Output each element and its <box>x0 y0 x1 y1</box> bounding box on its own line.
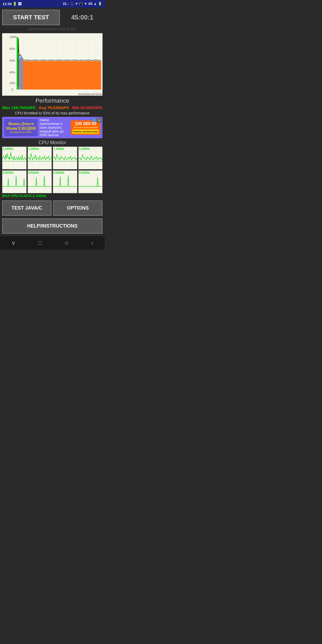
svg-text:20%: 20% <box>10 81 16 85</box>
svg-text:80%: 80% <box>10 47 16 50</box>
svg-text:40%: 40% <box>10 71 16 74</box>
bluetooth-icon: ✦ <box>75 2 78 6</box>
nav-down-icon[interactable]: ∨ <box>11 240 16 247</box>
cpu-monitor-title: CPU Monitor <box>2 140 103 146</box>
svg-text:0: 0 <box>11 88 13 91</box>
cpu-freq-8: 0.91GHz <box>79 171 90 174</box>
nav-back-icon[interactable]: ‹ <box>91 240 93 247</box>
nav-bar: ∨ □ ○ ‹ <box>0 236 105 250</box>
graph-svg: 100% 80% 60% 40% 20% 0 <box>2 33 103 92</box>
cpu-core-6: 0.91GHz <box>28 170 52 193</box>
svg-marker-26 <box>18 57 101 90</box>
svg-marker-27 <box>18 55 23 90</box>
svg-text:100%: 100% <box>10 35 17 39</box>
cpu-freq-6: 0.91GHz <box>28 171 39 174</box>
performance-section: Performance Max 128,760GIPS Avg 78,028GI… <box>2 97 103 115</box>
cpu-core-7: 0.91GHz <box>53 170 77 193</box>
throttle-text: CPU throttled to 53% of its max performa… <box>2 111 103 115</box>
ad-subtext: Выгодный чат-квест <box>6 131 36 133</box>
graph-title: performance over time graph <box>2 27 103 31</box>
avg-stat: Avg 78,028GIPS <box>39 105 69 110</box>
cpu-freq-4: 1.24GHz <box>79 147 90 150</box>
ad-small-text: баллов и суперпризов <box>72 126 99 129</box>
max-clock-label: MAX CPU CLOCK:2.10GHz <box>2 194 103 198</box>
graph-time-label: time(interval 5min) <box>2 92 103 96</box>
svg-text:60%: 60% <box>10 59 16 62</box>
ad-right[interactable]: 100 000 00 баллов и суперпризов Начать п… <box>71 120 100 135</box>
options-button[interactable]: OPTIONS <box>53 200 103 216</box>
cpu-freq-2: 1.24GHz <box>28 147 39 150</box>
status-bar: 11:34 🔋 🖼 21.↑ 🎧 ✦ 📳 ▼ 4G ▲ 🔋 <box>0 0 105 8</box>
ad-cta[interactable]: Начать путешествие <box>72 129 99 134</box>
cpu-core-5: 0.91GHz <box>2 170 27 193</box>
ad-banner[interactable]: Яндекс.Деньги МаниЛЭНДИЯ Выгодный чат-кв… <box>2 117 103 138</box>
vibrate-icon: 📳 <box>79 2 83 6</box>
cpu-monitor-section: CPU Monitor 1.24GHz <box>2 140 103 198</box>
ad-middle: Новое приключение и шанс выиграть каждый… <box>40 118 69 137</box>
ad-close-button[interactable]: ✕ <box>97 118 101 123</box>
battery-level-icon: 🔋 <box>98 2 102 6</box>
svg-rect-25 <box>17 37 18 90</box>
top-row: START TEST 45:00:1 <box>2 10 103 25</box>
cpu-freq-3: 1.24GHz <box>54 147 64 150</box>
battery-icon: 🔋 <box>13 2 17 6</box>
start-test-button[interactable]: START TEST <box>2 10 60 25</box>
main-content: START TEST 45:00:1 performance over time… <box>0 8 105 236</box>
wifi-icon: ▼ <box>84 2 87 6</box>
nav-home-icon[interactable]: ○ <box>64 239 69 247</box>
timer-display: 45:00:1 <box>62 14 103 21</box>
performance-title: Performance <box>2 97 103 104</box>
signal-info: 21.↑ <box>63 2 69 6</box>
performance-stats: Max 128,760GIPS Avg 78,028GIPS Min 63,09… <box>2 105 103 110</box>
ad-yandex-label: Яндекс.Деньги <box>6 122 36 126</box>
headphone-icon: 🎧 <box>70 2 74 6</box>
nav-recent-icon[interactable]: □ <box>38 240 42 246</box>
cpu-core-2: 1.24GHz <box>28 147 52 169</box>
network-icon: 4G <box>88 2 93 6</box>
status-left: 11:34 🔋 🖼 <box>3 2 21 6</box>
cpu-grid-top: 1.24GHz 1. <box>2 147 103 169</box>
status-right: 21.↑ 🎧 ✦ 📳 ▼ 4G ▲ 🔋 <box>63 2 102 6</box>
signal-strength-icon: ▲ <box>94 2 97 6</box>
min-stat: Min 63,092GIPS <box>72 105 103 110</box>
performance-graph: 100% 80% 60% 40% 20% 0 <box>2 33 103 96</box>
cpu-core-1: 1.24GHz <box>2 147 27 169</box>
ad-left: Яндекс.Деньги МаниЛЭНДИЯ Выгодный чат-кв… <box>4 119 38 136</box>
time: 11:34 <box>3 2 12 6</box>
cpu-core-3: 1.24GHz <box>53 147 77 169</box>
help-instructions-button[interactable]: HELP/INSTRUCTIONS <box>2 218 103 234</box>
ad-info-icon[interactable]: i <box>92 118 96 122</box>
ad-brand-name: МаниЛЭНДИЯ <box>6 126 36 131</box>
image-icon: 🖼 <box>18 2 21 6</box>
max-stat: Max 128,760GIPS <box>2 105 35 110</box>
cpu-grid-bottom: 0.91GHz 0.91GHz <box>2 170 103 193</box>
cpu-freq-7: 0.91GHz <box>54 171 64 174</box>
cpu-core-8: 0.91GHz <box>78 170 103 193</box>
cpu-freq-1: 1.24GHz <box>3 147 13 150</box>
ad-amount: 100 000 00 <box>72 121 99 126</box>
test-java-c-button[interactable]: TEST JAVA/C <box>2 200 52 216</box>
cpu-core-4: 1.24GHz <box>78 147 103 169</box>
cpu-freq-5: 0.91GHz <box>3 171 13 174</box>
bottom-buttons: TEST JAVA/C OPTIONS <box>2 200 103 216</box>
